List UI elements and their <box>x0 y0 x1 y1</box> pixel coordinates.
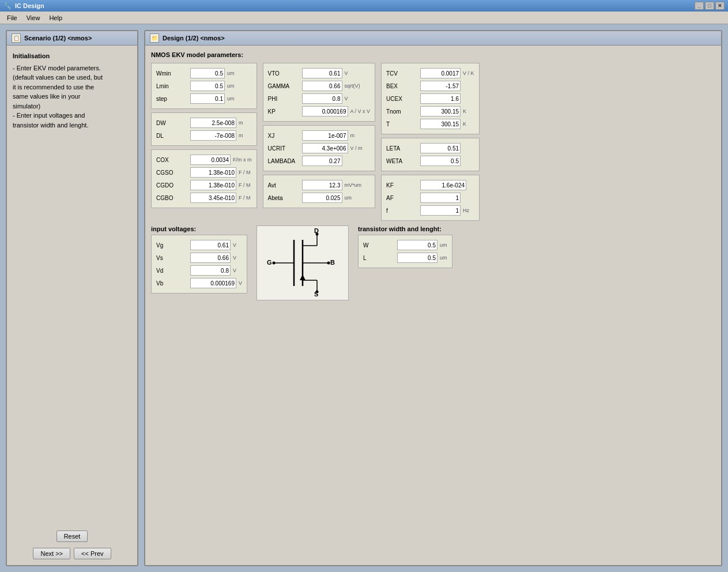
menubar: File View Help <box>0 12 728 24</box>
maximize-button[interactable]: □ <box>705 2 714 10</box>
af-row: AF <box>386 193 474 203</box>
wmin-group: Wmin um Lmin um step um <box>151 63 257 109</box>
dw-group: DW m DL m <box>151 112 257 146</box>
right-panel: 📁 Design (1/2) <nmos> NMOS EKV model par… <box>144 30 722 566</box>
weta-label: WETA <box>386 158 418 164</box>
dl-unit: m <box>239 133 243 138</box>
gamma-label: GAMMA <box>268 83 300 89</box>
wmin-unit: um <box>227 70 235 76</box>
cgso-unit: F / M <box>239 170 251 175</box>
voltages-section: input voltages: Vg V Vs V <box>151 225 247 293</box>
t-input[interactable] <box>420 119 461 129</box>
left-panel-body: Initialisation - Enter EKV model paramet… <box>7 46 137 525</box>
svg-marker-8 <box>300 274 305 280</box>
avt-input[interactable] <box>302 180 342 190</box>
right-panel-body: NMOS EKV model parameters: Wmin um Lmin <box>145 46 721 306</box>
ucex-input[interactable] <box>420 93 461 104</box>
vg-row: Vg V <box>156 240 242 250</box>
reset-button[interactable]: Reset <box>56 530 88 542</box>
next-button[interactable]: Next >> <box>33 548 70 559</box>
vs-input[interactable] <box>190 253 231 263</box>
cgbo-label: CGBO <box>156 195 188 201</box>
dw-input[interactable] <box>190 118 236 128</box>
vg-label: Vg <box>156 242 188 249</box>
kp-input[interactable] <box>302 106 348 116</box>
cgbo-unit: F / M <box>239 195 251 201</box>
right-panel-title: Design (1/2) <nmos> <box>163 35 225 42</box>
vto-row: VTO V <box>268 68 371 78</box>
vd-row: Vd V <box>156 265 242 276</box>
vd-input[interactable] <box>190 265 231 276</box>
ucex-label: UCEX <box>386 96 418 102</box>
dl-input[interactable] <box>190 130 236 141</box>
menu-help[interactable]: Help <box>44 13 67 22</box>
voltages-group: Vg V Vs V Vd V <box>151 235 247 293</box>
svg-point-16 <box>327 262 330 265</box>
menu-view[interactable]: View <box>22 13 45 22</box>
cgso-row: CGSO F / M <box>156 167 252 178</box>
xj-input[interactable] <box>302 130 348 141</box>
lambada-row: LAMBADA <box>268 156 371 166</box>
step-unit: um <box>227 96 235 101</box>
gamma-input[interactable] <box>302 81 342 91</box>
f-input[interactable] <box>420 205 461 216</box>
vg-unit: V <box>233 242 236 248</box>
tnom-input[interactable] <box>420 106 461 116</box>
vd-unit: V <box>233 268 236 273</box>
tcv-label: TCV <box>386 70 418 77</box>
wmin-label: Wmin <box>156 70 188 77</box>
ucrit-input[interactable] <box>302 143 348 153</box>
vto-input[interactable] <box>302 68 342 78</box>
bex-input[interactable] <box>420 81 461 91</box>
close-button[interactable]: ✕ <box>715 2 725 10</box>
kf-input[interactable] <box>420 180 466 190</box>
wmin-input[interactable] <box>190 68 225 78</box>
cox-input[interactable] <box>190 155 231 165</box>
cgdo-input[interactable] <box>190 180 236 190</box>
xj-row: XJ m <box>268 130 371 141</box>
vb-input[interactable] <box>190 278 236 288</box>
vg-input[interactable] <box>190 240 231 250</box>
cgso-input[interactable] <box>190 167 236 178</box>
weta-input[interactable] <box>420 156 461 166</box>
menu-file[interactable]: File <box>2 13 22 22</box>
t-row: T K <box>386 119 474 129</box>
cgdo-label: CGDO <box>156 182 188 189</box>
tcv-unit: V / K <box>463 70 474 76</box>
svg-point-13 <box>273 262 276 265</box>
abeta-input[interactable] <box>302 193 342 203</box>
lambada-input[interactable] <box>302 156 342 166</box>
vto-label: VTO <box>268 70 300 77</box>
bex-label: BEX <box>386 83 418 89</box>
w-row: W um <box>363 240 447 250</box>
t-label: T <box>386 121 418 127</box>
gamma-unit: sqrt(V) <box>345 83 360 89</box>
af-input[interactable] <box>420 193 461 203</box>
tcv-input[interactable] <box>420 68 461 78</box>
phi-input[interactable] <box>302 93 342 104</box>
vs-label: Vs <box>156 255 188 261</box>
cgbo-input[interactable] <box>190 193 236 203</box>
app-icon: 🔧 <box>3 2 12 10</box>
step-input[interactable] <box>190 93 225 104</box>
leta-input[interactable] <box>420 143 461 153</box>
cox-label: COX <box>156 157 188 163</box>
vs-unit: V <box>233 255 236 261</box>
w-input[interactable] <box>397 240 437 250</box>
dw-row: DW m <box>156 118 252 128</box>
abeta-row: Abeta um <box>268 193 371 203</box>
ucrit-row: UCRIT V / m <box>268 143 371 153</box>
minimize-button[interactable]: _ <box>695 2 704 10</box>
cgso-label: CGSO <box>156 170 188 176</box>
xj-group: XJ m UCRIT V / m LAMBADA <box>263 125 376 171</box>
cgdo-row: CGDO F / M <box>156 180 252 190</box>
phi-row: PHI V <box>268 93 371 104</box>
avt-label: Avt <box>268 182 300 189</box>
lmin-input[interactable] <box>190 81 225 91</box>
vto-group: VTO V GAMMA sqrt(V) PHI V <box>263 63 376 122</box>
l-input[interactable] <box>397 253 437 263</box>
prev-button[interactable]: << Prev <box>74 548 111 559</box>
l-row: L um <box>363 253 447 263</box>
vto-unit: V <box>345 70 348 76</box>
cox-unit: F/m x m <box>233 157 252 163</box>
